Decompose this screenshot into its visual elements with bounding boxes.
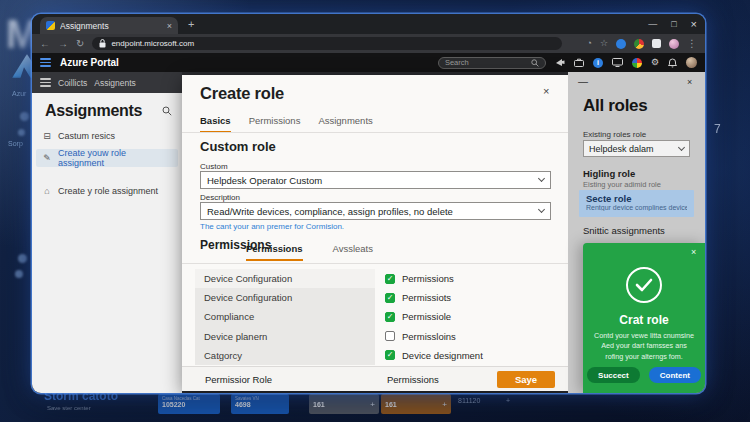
- role-group-title: Higling role: [583, 168, 635, 179]
- permissions-tabs: Permissions Avssleats: [246, 243, 373, 261]
- category-row[interactable]: Device Configuration: [195, 269, 375, 288]
- maximize-button[interactable]: □: [671, 19, 676, 29]
- minimize-button[interactable]: —: [648, 19, 657, 29]
- sidebar-item-create-role-assignment[interactable]: ✎ Create youw role assignment: [36, 149, 178, 167]
- extension-blue-icon[interactable]: [616, 39, 626, 49]
- tile-value: 161: [385, 401, 447, 408]
- permission-checkbox-list: Permissions Permissiots Permissiole Perm…: [385, 269, 555, 365]
- role-group-subtitle: Eisting your adimid role: [583, 180, 661, 189]
- custom-field-dropdown[interactable]: Helpdesk Operator Custom: [200, 171, 551, 189]
- tab-permissions-inner[interactable]: Permissions: [246, 243, 303, 261]
- back-icon[interactable]: ←: [40, 39, 50, 49]
- category-row[interactable]: Device Configuration: [195, 288, 375, 307]
- portal-header: Azure Portal Search i: [32, 53, 705, 72]
- bookmark-star-icon[interactable]: ☆: [600, 39, 608, 48]
- sidebar-item-label: Create youw role assignment: [58, 148, 172, 168]
- desktop-bottom-strip: Storm catoto Save ster center Casa Naced…: [0, 393, 750, 422]
- footer-permissions-label: Permissions: [387, 374, 439, 385]
- existing-roles-label: Existing roles role: [583, 130, 646, 139]
- tile-value: 161: [313, 401, 375, 408]
- dialog-footer: Permissior Role Permissions Saye: [182, 366, 568, 391]
- portal-avatar[interactable]: [686, 57, 697, 68]
- desktop-background: M Azur Sorp 7 Storm catoto Save ster cen…: [0, 0, 750, 422]
- tab-assignments-inner[interactable]: Avssleats: [333, 243, 373, 261]
- category-row[interactable]: Device planern: [195, 327, 375, 346]
- selected-role-item[interactable]: Secte role Rentgur device complines devi…: [579, 190, 694, 217]
- checkbox[interactable]: [385, 293, 395, 303]
- gear-icon[interactable]: ⚙: [651, 58, 659, 67]
- extension-colorful-icon[interactable]: [634, 39, 644, 49]
- breadcrumb-item[interactable]: Coillicts: [58, 78, 87, 88]
- permission-categories-list: Device Configuration Device Configuratio…: [195, 269, 375, 365]
- toast-body: Contd your vewe litta cnumsine Aed your …: [592, 331, 696, 362]
- window-controls: — □ ×: [648, 14, 697, 34]
- browser-profile-avatar[interactable]: [669, 39, 679, 49]
- tab-assignments[interactable]: Assignments: [318, 115, 372, 133]
- sidebar-item-create-role[interactable]: ⌂ Create y role assignment: [36, 182, 178, 200]
- tab-title: Assignments: [60, 21, 162, 31]
- existing-roles-dropdown[interactable]: Helpdesk dalam: [583, 140, 690, 157]
- panel-minimize-icon[interactable]: —: [578, 76, 588, 87]
- checkmark-circle-icon: [626, 267, 662, 303]
- briefcase-icon[interactable]: [574, 58, 584, 67]
- browser-toolbar-icons: ◔ ☆ ⋮: [586, 39, 697, 49]
- new-tab-button[interactable]: +: [188, 18, 194, 30]
- permissions-info-link[interactable]: The cant your ann premer for Cormision.: [200, 222, 344, 231]
- hamburger-menu-icon[interactable]: [40, 58, 51, 67]
- dialog-title: Create role: [200, 84, 284, 103]
- extensions-icon[interactable]: ◔: [586, 39, 591, 48]
- save-button[interactable]: Saye: [497, 371, 555, 388]
- sidebar-item-custom-roles[interactable]: ⊟ Castum resics: [36, 127, 178, 145]
- portal-content: Coillicts Assignents Assignments ⊟ Castu…: [32, 72, 705, 393]
- tab-close-icon[interactable]: ×: [167, 21, 172, 31]
- browser-addressbar: ← → ↻ endpoint.microsoft.com ◔ ☆ ⋮: [32, 34, 705, 53]
- custom-field-label: Custom: [200, 162, 228, 171]
- permission-row: Device designment: [385, 346, 555, 365]
- selected-role-subtitle: Rentgur device complines devices: [586, 204, 687, 211]
- portal-header-right: Search i: [438, 57, 697, 69]
- category-row[interactable]: Compliance: [195, 307, 375, 326]
- megaphone-icon[interactable]: [555, 58, 565, 67]
- category-row[interactable]: Catgorcy: [195, 346, 375, 365]
- checkbox[interactable]: [385, 331, 395, 341]
- reload-icon[interactable]: ↻: [76, 39, 84, 49]
- portal-search-input[interactable]: Search: [438, 57, 546, 69]
- dialog-tabs: Basics Permissions Assignments: [200, 115, 373, 133]
- bell-icon[interactable]: [668, 58, 677, 68]
- checkbox[interactable]: [385, 274, 395, 284]
- close-button[interactable]: ×: [691, 18, 697, 30]
- share-icon: [15, 270, 23, 278]
- url-bar[interactable]: endpoint.microsoft.com: [92, 37, 562, 50]
- menu-kebab-icon[interactable]: ⋮: [687, 39, 697, 49]
- tab-permissions[interactable]: Permissions: [249, 115, 301, 133]
- panel-title: All roles: [583, 96, 647, 116]
- extension-white-icon[interactable]: [652, 39, 661, 48]
- permission-row: Permissiots: [385, 288, 555, 307]
- toast-buttons: Succect Content: [583, 367, 705, 383]
- checkbox[interactable]: [385, 312, 395, 322]
- browser-tabstrip: Assignments × + — □ ×: [32, 14, 705, 34]
- permission-label: Permissiots: [402, 292, 451, 303]
- breadcrumb-item[interactable]: Assignents: [94, 78, 136, 88]
- toast-close-icon[interactable]: ×: [691, 247, 696, 257]
- stat-tile: Savates VN 4698: [231, 394, 289, 414]
- sidebar-item-label: Castum resics: [58, 131, 115, 141]
- edge-browser-icon[interactable]: [632, 58, 642, 68]
- search-placeholder: Search: [445, 58, 531, 67]
- success-button[interactable]: Succect: [587, 367, 640, 383]
- tab-favicon-icon: [46, 21, 55, 30]
- bottom-value: 811120: [458, 397, 480, 404]
- description-field-dropdown[interactable]: Read/Write devices, compliance, assign p…: [200, 202, 551, 220]
- breadcrumb-menu-icon[interactable]: [40, 78, 51, 87]
- panel-close-icon[interactable]: ×: [687, 77, 692, 87]
- content-button[interactable]: Content: [649, 367, 701, 383]
- checkbox[interactable]: [385, 350, 395, 360]
- tile-value: 4698: [235, 401, 285, 408]
- forward-icon[interactable]: →: [58, 39, 68, 49]
- info-icon[interactable]: i: [593, 58, 603, 68]
- browser-tab[interactable]: Assignments ×: [40, 17, 178, 34]
- sidebar-search-icon[interactable]: [162, 106, 172, 116]
- monitor-icon[interactable]: [612, 58, 623, 67]
- dialog-close-icon[interactable]: ×: [543, 85, 549, 97]
- tab-basics[interactable]: Basics: [200, 115, 231, 133]
